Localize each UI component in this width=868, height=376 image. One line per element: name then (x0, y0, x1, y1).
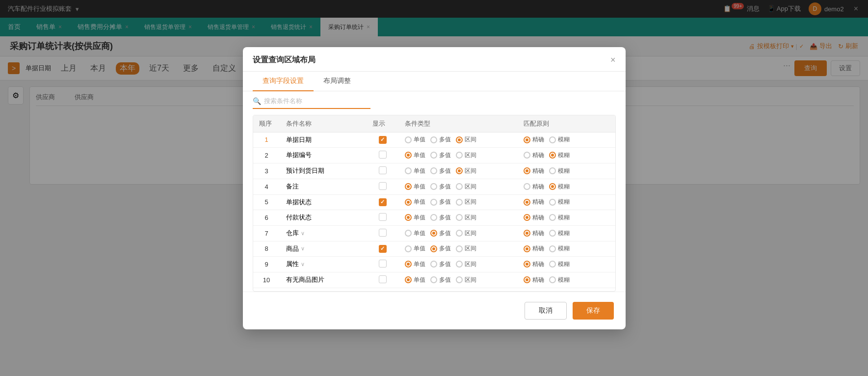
match-radio-模糊[interactable]: 模糊 (549, 183, 570, 191)
cell-match: 精确模糊 (518, 241, 615, 256)
table-row: 7仓库 ∨单值多值区间精确模糊 (253, 225, 615, 241)
type-radio-多值[interactable]: 多值 (430, 229, 451, 238)
type-radio-单值[interactable]: 单值 (405, 214, 425, 222)
type-radio-区间[interactable]: 区间 (456, 183, 476, 191)
type-radio-单值[interactable]: 单值 (405, 244, 425, 253)
type-radio-单值[interactable]: 单值 (405, 229, 425, 238)
match-radio-模糊[interactable]: 模糊 (549, 214, 570, 222)
match-radio-精确[interactable]: 精确 (524, 198, 544, 206)
radio-dot-icon (456, 261, 463, 268)
type-radio-区间[interactable]: 区间 (456, 198, 476, 206)
match-radio-精确[interactable]: 精确 (524, 276, 544, 284)
cancel-button[interactable]: 取消 (525, 302, 567, 320)
type-radio-多值[interactable]: 多值 (430, 167, 451, 175)
cell-type: 单值多值区间 (399, 147, 518, 163)
search-icon: 🔍 (253, 97, 261, 105)
match-radio-模糊[interactable]: 模糊 (549, 244, 570, 253)
type-radio-单值[interactable]: 单值 (405, 151, 425, 160)
match-radio-模糊[interactable]: 模糊 (549, 229, 570, 238)
match-radio-精确[interactable]: 精确 (524, 183, 544, 191)
radio-dot-icon (549, 230, 556, 237)
type-radio-区间[interactable]: 区间 (456, 260, 476, 269)
show-checkbox[interactable] (379, 198, 387, 206)
radio-dot-icon (549, 261, 556, 268)
show-checkbox[interactable] (379, 260, 387, 268)
match-radio-精确[interactable]: 精确 (524, 151, 544, 160)
cell-show (367, 241, 399, 256)
match-radio-模糊[interactable]: 模糊 (549, 135, 570, 144)
show-checkbox[interactable] (379, 213, 387, 221)
radio-dot-icon (405, 199, 412, 206)
match-radio-模糊[interactable]: 模糊 (549, 151, 570, 160)
expand-arrow-icon[interactable]: ∨ (301, 245, 305, 252)
type-radio-多值[interactable]: 多值 (430, 198, 451, 206)
table-row: 5单据状态单值多值区间精确模糊 (253, 194, 615, 210)
modal-tab-layout-label: 布局调整 (323, 77, 351, 84)
table-row: 2单据编号单值多值区间精确模糊 (253, 147, 615, 163)
match-radio-精确[interactable]: 精确 (524, 260, 544, 269)
modal-close-button[interactable]: × (610, 55, 616, 64)
type-radio-多值[interactable]: 多值 (430, 244, 451, 253)
match-radio-模糊[interactable]: 模糊 (549, 198, 570, 206)
expand-arrow-icon[interactable]: ∨ (301, 230, 305, 237)
type-radio-多值[interactable]: 多值 (430, 183, 451, 191)
radio-dot-icon (405, 261, 412, 268)
match-radio-精确[interactable]: 精确 (524, 167, 544, 175)
show-checkbox[interactable] (379, 229, 387, 237)
radio-dot-icon (456, 276, 463, 283)
type-radio-区间[interactable]: 区间 (456, 276, 476, 284)
type-radio-单值[interactable]: 单值 (405, 135, 425, 144)
radio-label: 精确 (532, 167, 544, 175)
show-checkbox[interactable] (379, 182, 387, 190)
radio-dot-icon (430, 167, 437, 174)
save-button[interactable]: 保存 (573, 302, 614, 320)
type-radio-单值[interactable]: 单值 (405, 198, 425, 206)
cell-match: 精确模糊 (518, 225, 615, 241)
radio-dot-icon (430, 261, 437, 268)
type-radio-多值[interactable]: 多值 (430, 214, 451, 222)
radio-label: 单值 (414, 183, 425, 191)
match-radio-精确[interactable]: 精确 (524, 214, 544, 222)
search-input[interactable] (264, 97, 362, 105)
type-radio-区间[interactable]: 区间 (456, 214, 476, 222)
cell-show (367, 272, 399, 288)
modal-overlay[interactable]: 设置查询区域布局 × 查询字段设置 布局调整 🔍 (0, 0, 868, 376)
type-radio-区间[interactable]: 区间 (456, 135, 476, 144)
type-radio-多值[interactable]: 多值 (430, 135, 451, 144)
show-checkbox[interactable] (379, 136, 387, 144)
cell-match: 精确模糊 (518, 147, 615, 163)
radio-dot-icon (405, 152, 412, 159)
match-radio-模糊[interactable]: 模糊 (549, 260, 570, 269)
radio-label: 多值 (439, 229, 451, 238)
radio-label: 精确 (532, 229, 544, 238)
match-radio-精确[interactable]: 精确 (524, 244, 544, 253)
expand-arrow-icon[interactable]: ∨ (301, 261, 305, 268)
type-radio-区间[interactable]: 区间 (456, 229, 476, 238)
type-radio-单值[interactable]: 单值 (405, 167, 425, 175)
radio-label: 多值 (439, 198, 451, 206)
match-radio-精确[interactable]: 精确 (524, 135, 544, 144)
show-checkbox[interactable] (379, 151, 387, 159)
match-radio-模糊[interactable]: 模糊 (549, 276, 570, 284)
show-checkbox[interactable] (379, 245, 387, 253)
match-radio-精确[interactable]: 精确 (524, 229, 544, 238)
cell-name: 来自收款日期 (280, 288, 367, 292)
type-radio-单值[interactable]: 单值 (405, 276, 425, 284)
cell-show (367, 132, 399, 147)
modal-tab-query-fields[interactable]: 查询字段设置 (253, 72, 314, 91)
type-radio-多值[interactable]: 多值 (430, 151, 451, 160)
radio-label: 模糊 (558, 135, 570, 144)
type-radio-区间[interactable]: 区间 (456, 167, 476, 175)
show-checkbox[interactable] (379, 166, 387, 174)
type-radio-单值[interactable]: 单值 (405, 183, 425, 191)
type-radio-单值[interactable]: 单值 (405, 260, 425, 269)
show-checkbox[interactable] (379, 275, 387, 283)
radio-label: 多值 (439, 135, 451, 144)
match-radio-模糊[interactable]: 模糊 (549, 167, 570, 175)
type-radio-多值[interactable]: 多值 (430, 276, 451, 284)
modal-tab-layout[interactable]: 布局调整 (314, 72, 361, 91)
type-radio-区间[interactable]: 区间 (456, 244, 476, 253)
type-radio-多值[interactable]: 多值 (430, 260, 451, 269)
type-radio-区间[interactable]: 区间 (456, 151, 476, 160)
settings-table-scroll[interactable]: 顺序 条件名称 显示 条件类型 匹配原则 1单据日期单值多值区间精确模糊2单据编… (253, 115, 616, 292)
